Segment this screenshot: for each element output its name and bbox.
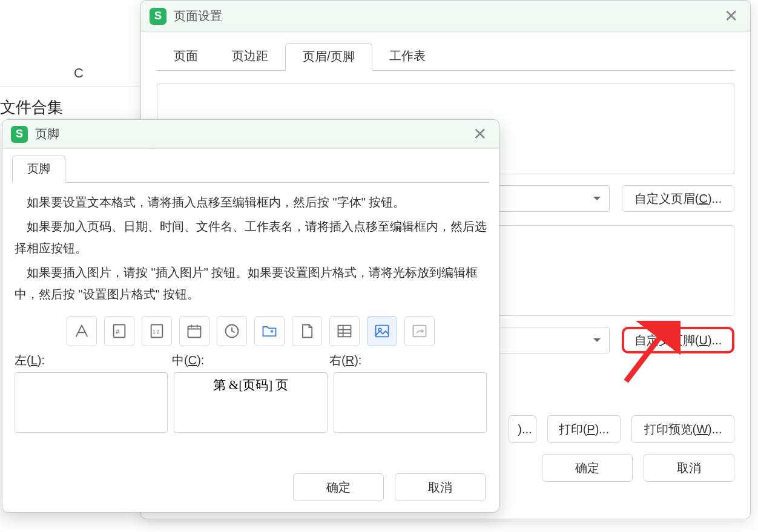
center-section-label: 中(C):: [172, 352, 329, 369]
svg-rect-7: [376, 326, 389, 337]
instruction-text-1: 如果要设置文本格式，请将插入点移至编辑框内，然后按 "字体" 按钮。: [15, 191, 487, 213]
custom-header-button[interactable]: 自定义页眉(C)...: [622, 185, 734, 212]
footer-dialog-body: 如果要设置文本格式，请将插入点移至编辑框内，然后按 "字体" 按钮。 如果要加入…: [2, 183, 499, 441]
cancel-button[interactable]: 取消: [644, 454, 734, 482]
column-header-c[interactable]: C: [0, 65, 157, 87]
insert-picture-icon[interactable]: [367, 316, 397, 346]
tab-margins[interactable]: 页边距: [215, 43, 285, 71]
page-setup-tabs: 页面 页边距 页眉/页脚 工作表: [141, 32, 750, 71]
left-section-input[interactable]: [15, 372, 168, 433]
sheet-name-icon[interactable]: [329, 316, 360, 346]
cell-content[interactable]: 文件合集: [0, 97, 63, 118]
time-icon[interactable]: [217, 316, 247, 346]
section-inputs-row: [15, 372, 487, 433]
footer-dialog-title: 页脚: [35, 126, 469, 142]
print-button[interactable]: 打印(P)...: [547, 415, 621, 443]
page-setup-bottom-buttons: 确定 取消: [542, 454, 734, 482]
file-path-icon[interactable]: [254, 316, 285, 346]
right-section-input[interactable]: [334, 372, 487, 433]
print-button-row: )... 打印(P)... 打印预览(W)...: [509, 415, 734, 443]
close-icon[interactable]: ✕: [469, 124, 490, 144]
total-pages-icon[interactable]: 1 2: [142, 316, 172, 346]
cancel-button[interactable]: 取消: [395, 473, 486, 501]
file-name-icon[interactable]: [292, 316, 322, 346]
svg-text:#: #: [116, 328, 119, 335]
date-icon[interactable]: [179, 316, 209, 346]
left-section-label: 左(L):: [15, 352, 172, 369]
svg-rect-6: [338, 326, 351, 337]
ok-button[interactable]: 确定: [293, 473, 384, 501]
svg-text:1 2: 1 2: [153, 329, 160, 335]
print-preview-button[interactable]: 打印预览(W)...: [631, 415, 734, 443]
picture-format-icon[interactable]: [404, 316, 435, 346]
options-button-partial[interactable]: )...: [509, 415, 536, 443]
page-setup-titlebar: S 页面设置 ✕: [141, 1, 750, 32]
footer-dialog-bottom-buttons: 确定 取消: [293, 473, 486, 501]
footer-dialog-titlebar: S 页脚 ✕: [2, 120, 499, 149]
custom-footer-button[interactable]: 自定义页脚(U)...: [622, 327, 734, 353]
instruction-text-3: 如果要插入图片，请按 "插入图片" 按钮。如果要设置图片格式，请将光标放到编辑框…: [15, 261, 487, 305]
tab-page[interactable]: 页面: [157, 43, 215, 71]
page-setup-title: 页面设置: [174, 8, 720, 24]
section-labels-row: 左(L): 中(C): 右(R):: [15, 352, 487, 369]
wps-spreadsheet-icon: S: [150, 8, 166, 25]
font-icon[interactable]: [67, 316, 97, 346]
tab-footer[interactable]: 页脚: [12, 156, 65, 183]
wps-spreadsheet-icon: S: [11, 126, 28, 143]
center-section-input[interactable]: [174, 372, 327, 433]
instruction-text-2: 如果要加入页码、日期、时间、文件名、工作表名，请将插入点移至编辑框内，然后选择相…: [15, 215, 487, 259]
tab-sheet[interactable]: 工作表: [372, 43, 443, 71]
tab-header-footer[interactable]: 页眉/页脚: [285, 43, 372, 71]
right-section-label: 右(R):: [329, 352, 487, 369]
footer-toolbar: # 1 2: [15, 316, 487, 346]
ok-button[interactable]: 确定: [542, 454, 633, 482]
close-icon[interactable]: ✕: [720, 6, 742, 26]
footer-dialog: S 页脚 ✕ 页脚 如果要设置文本格式，请将插入点移至编辑框内，然后按 "字体"…: [2, 119, 499, 513]
page-number-icon[interactable]: #: [104, 316, 134, 346]
svg-rect-4: [188, 326, 201, 338]
